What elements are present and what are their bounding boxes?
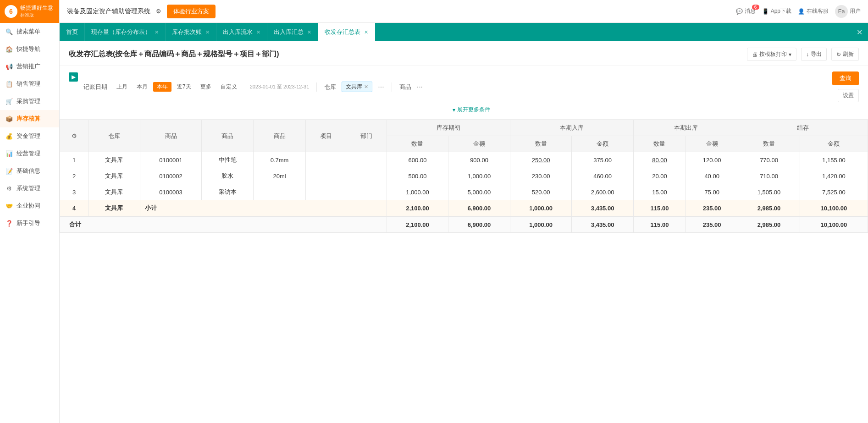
query-button[interactable]: 查询 bbox=[832, 71, 859, 85]
app-download-label: App下载 bbox=[771, 7, 791, 15]
date-btn-this-year[interactable]: 本年 bbox=[153, 82, 171, 92]
product-more[interactable]: ··· bbox=[417, 83, 423, 91]
sidebar-item-operations[interactable]: 📊 经营管理 bbox=[0, 145, 59, 162]
th-closing-amt: 金额 bbox=[800, 136, 868, 152]
th-out-qty: 数量 bbox=[633, 136, 686, 152]
subtotal-out-qty[interactable]: 115.00 bbox=[633, 200, 686, 217]
date-shortcuts: 上月 本月 本年 近7天 更多 自定义 bbox=[113, 82, 241, 92]
sidebar-label-sales: 销售管理 bbox=[17, 80, 40, 88]
trial-button[interactable]: 体验行业方案 bbox=[167, 5, 216, 18]
inventory-icon: 📦 bbox=[6, 115, 13, 122]
sidebar-item-system[interactable]: ⚙ 系统管理 bbox=[0, 180, 59, 197]
sidebar-label-operations: 经营管理 bbox=[17, 149, 40, 158]
app-download-item[interactable]: 📱 App下载 bbox=[762, 7, 791, 15]
sidebar-item-purchase[interactable]: 🛒 采购管理 bbox=[0, 93, 59, 110]
tab-batch[interactable]: 库存批次账 ✕ bbox=[166, 23, 216, 41]
sidebar-item-basic-info[interactable]: 📝 基础信息 bbox=[0, 162, 59, 180]
cell-closing-amt-0: 1,155.00 bbox=[800, 152, 868, 168]
operations-icon: 📊 bbox=[6, 150, 13, 157]
online-service-item[interactable]: 👤 在线客服 bbox=[798, 7, 829, 15]
subtotal-in-qty[interactable]: 1,000.00 bbox=[510, 200, 572, 217]
chevron-down-icon: ▾ bbox=[789, 51, 791, 58]
filter-toggle[interactable]: ▶ bbox=[69, 72, 78, 82]
tab-summary-close[interactable]: ✕ bbox=[307, 29, 311, 35]
system-icon: ⚙ bbox=[6, 185, 13, 192]
app-logo: 6 bbox=[5, 5, 17, 18]
export-button[interactable]: ↓ 导出 bbox=[801, 48, 827, 61]
date-btn-last-month[interactable]: 上月 bbox=[113, 82, 131, 92]
filter-divider-2 bbox=[392, 82, 392, 92]
date-btn-last-7[interactable]: 近7天 bbox=[173, 82, 195, 92]
message-bell-icon: 💬 bbox=[736, 8, 743, 15]
sidebar-item-marketing[interactable]: 📢 营销推广 bbox=[0, 58, 59, 75]
cell-warehouse-2: 文具库 bbox=[88, 184, 140, 200]
tab-inventory-dist-close[interactable]: ✕ bbox=[155, 29, 159, 35]
cell-product-code-2: 0100003 bbox=[140, 184, 202, 200]
sidebar-nav: 🔍 搜索菜单 🏠 快捷导航 📢 营销推广 📋 销售管理 🛒 采购管理 📦 bbox=[0, 23, 59, 423]
tab-summary[interactable]: 出入库汇总 ✕ bbox=[267, 23, 318, 41]
service-icon: 👤 bbox=[798, 8, 805, 15]
sidebar-label-marketing: 营销推广 bbox=[17, 62, 40, 71]
expand-conditions-button[interactable]: ▾ 展开更多条件 bbox=[453, 106, 490, 114]
table-settings-icon[interactable]: ⚙ bbox=[65, 132, 83, 139]
sidebar-item-sales[interactable]: 📋 销售管理 bbox=[0, 75, 59, 93]
cell-closing-qty-0: 770.00 bbox=[738, 152, 800, 168]
app-title-block: 畅捷通好生意 标准版 bbox=[20, 5, 53, 18]
subtotal-opening-qty: 2,100.00 bbox=[387, 200, 448, 217]
subtotal-closing-amt: 10,100.00 bbox=[800, 200, 868, 217]
message-icon-item[interactable]: 💬 消息 6 bbox=[736, 7, 756, 15]
tab-flow-close[interactable]: ✕ bbox=[256, 29, 260, 35]
tab-home-label: 首页 bbox=[66, 28, 78, 36]
cell-closing-amt-2: 7,525.00 bbox=[800, 184, 868, 200]
subtotal-opening-amt: 6,900.00 bbox=[448, 200, 510, 217]
total-out-amt: 235.00 bbox=[686, 216, 738, 233]
export-icon: ↓ bbox=[806, 51, 809, 58]
warehouse-more[interactable]: ··· bbox=[378, 83, 384, 91]
tab-inventory-dist[interactable]: 现存量（库存分布表） ✕ bbox=[85, 23, 166, 41]
tab-receive-summary-close[interactable]: ✕ bbox=[364, 29, 368, 35]
th-warehouse: 仓库 bbox=[88, 120, 140, 152]
tab-flow[interactable]: 出入库流水 ✕ bbox=[216, 23, 267, 41]
cell-in-qty-2[interactable]: 520.00 bbox=[510, 184, 572, 200]
cell-no-1: 2 bbox=[60, 168, 88, 184]
table-container: ⚙ 仓库 商品 商品 商品 项目 部门 库存期初 本期入库 本期出库 bbox=[60, 120, 868, 233]
system-settings-icon[interactable]: ⚙ bbox=[156, 8, 161, 15]
cell-in-amt-2: 2,600.00 bbox=[572, 184, 634, 200]
print-button[interactable]: 🖨 按模板打印 ▾ bbox=[747, 48, 796, 61]
cell-in-amt-0: 375.00 bbox=[572, 152, 634, 168]
warehouse-tag-close[interactable]: ✕ bbox=[364, 84, 368, 90]
tab-receive-summary[interactable]: 收发存汇总表 ✕ bbox=[318, 23, 375, 41]
sidebar-item-enterprise[interactable]: 🤝 企业协同 bbox=[0, 197, 59, 214]
refresh-icon: ↻ bbox=[836, 51, 841, 58]
cell-in-qty-0[interactable]: 250.00 bbox=[510, 152, 572, 168]
sidebar-item-finance[interactable]: 💰 资金管理 bbox=[0, 127, 59, 145]
sidebar-item-guide[interactable]: ❓ 新手引导 bbox=[0, 214, 59, 232]
date-btn-more[interactable]: 更多 bbox=[197, 82, 215, 92]
cell-closing-qty-1: 710.00 bbox=[738, 168, 800, 184]
tab-home[interactable]: 首页 bbox=[60, 23, 85, 41]
date-btn-this-month[interactable]: 本月 bbox=[133, 82, 151, 92]
th-department: 部门 bbox=[346, 120, 387, 152]
tabs-close-all[interactable]: ✕ bbox=[851, 28, 868, 37]
cell-closing-qty-2: 1,505.00 bbox=[738, 184, 800, 200]
cell-out-qty-1[interactable]: 20.00 bbox=[633, 168, 686, 184]
tab-batch-close[interactable]: ✕ bbox=[205, 29, 210, 35]
tab-flow-label: 出入库流水 bbox=[223, 28, 253, 36]
sidebar-item-inventory[interactable]: 📦 库存核算 bbox=[0, 110, 59, 127]
cell-closing-amt-1: 1,420.00 bbox=[800, 168, 868, 184]
refresh-button[interactable]: ↻ 刷新 bbox=[831, 48, 859, 61]
message-badge: 6 bbox=[752, 5, 759, 10]
settings-small-button[interactable]: 设置 bbox=[838, 89, 859, 102]
sales-icon: 📋 bbox=[6, 80, 13, 88]
table-row: 2 文具库 0100002 胶水 20ml 500.00 1,000.00 23… bbox=[60, 168, 868, 184]
cell-in-qty-1[interactable]: 230.00 bbox=[510, 168, 572, 184]
date-btn-custom[interactable]: 自定义 bbox=[217, 82, 241, 92]
sidebar-item-quick-nav[interactable]: 🏠 快捷导航 bbox=[0, 40, 59, 58]
cell-product-spec-1: 20ml bbox=[254, 168, 306, 184]
finance-icon: 💰 bbox=[6, 132, 13, 140]
cell-out-qty-2[interactable]: 15.00 bbox=[633, 184, 686, 200]
total-in-amt: 3,435.00 bbox=[572, 216, 634, 233]
user-avatar-item[interactable]: Ea 用户 bbox=[835, 5, 861, 18]
sidebar-item-search[interactable]: 🔍 搜索菜单 bbox=[0, 23, 59, 40]
cell-out-qty-0[interactable]: 80.00 bbox=[633, 152, 686, 168]
